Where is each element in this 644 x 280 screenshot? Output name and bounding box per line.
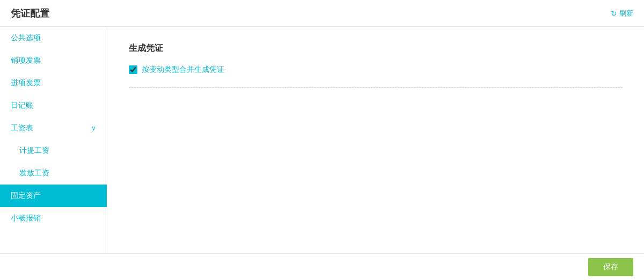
sidebar-item-label: 公共选项 [11,33,41,43]
sidebar-item-label: 计提工资 [19,146,49,156]
sidebar-item-label: 小畅报销 [11,213,41,223]
page-title: 凭证配置 [11,7,49,20]
sidebar-item-payroll[interactable]: 发放工资 [0,162,107,185]
sidebar-item-sales-invoice[interactable]: 销项发票 [0,49,107,72]
sidebar-item-label: 固定资产 [11,191,41,201]
sidebar-item-label: 日记账 [11,101,33,110]
sidebar-item-label: 工资表 [11,123,33,133]
refresh-label: 刷新 [619,9,633,18]
sidebar-item-purchase-invoice[interactable]: 进项发票 [0,72,107,94]
merge-by-type-label[interactable]: 按变动类型合并生成凭证 [142,65,224,75]
refresh-icon: ↻ [611,9,617,18]
merge-by-type-checkbox[interactable] [129,65,137,74]
section-divider [129,87,623,88]
chevron-down-icon: ∨ [91,124,96,132]
content-area: 生成凭证 按变动类型合并生成凭证 [107,27,644,253]
sidebar-item-fixed-assets[interactable]: 固定资产 [0,185,107,207]
sidebar-item-label: 销项发票 [11,56,41,65]
footer: 保存 [0,253,644,280]
sidebar-item-public-options[interactable]: 公共选项 [0,27,107,49]
sidebar-item-label: 进项发票 [11,78,41,88]
main-container: 公共选项销项发票进项发票日记账工资表∨计提工资发放工资固定资产小畅报销 生成凭证… [0,27,644,253]
section-title: 生成凭证 [129,43,623,54]
refresh-button[interactable]: ↻ 刷新 [611,9,633,18]
header: 凭证配置 ↻ 刷新 [0,0,644,27]
sidebar-item-expense-report[interactable]: 小畅报销 [0,207,107,230]
sidebar: 公共选项销项发票进项发票日记账工资表∨计提工资发放工资固定资产小畅报销 [0,27,107,253]
checkbox-row: 按变动类型合并生成凭证 [129,65,623,75]
sidebar-item-payroll-table[interactable]: 工资表∨ [0,117,107,139]
save-button[interactable]: 保存 [588,258,633,276]
sidebar-item-journal[interactable]: 日记账 [0,94,107,117]
sidebar-item-commission[interactable]: 计提工资 [0,139,107,162]
sidebar-item-label: 发放工资 [19,168,49,178]
